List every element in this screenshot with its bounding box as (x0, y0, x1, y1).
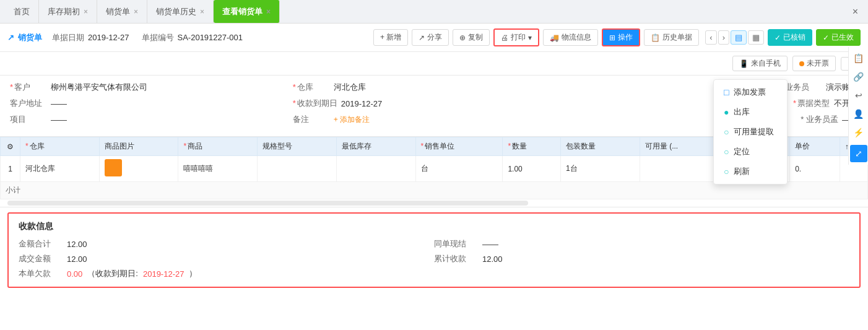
dropdown-outbound[interactable]: ● 出库 (714, 102, 787, 122)
doc-date-item: 单据日期 2019-12-27 (52, 32, 129, 43)
cell-product: 嘻嘻嘻嘻 (178, 156, 258, 182)
sidebar-icon-expand[interactable]: ⤢ (850, 145, 867, 162)
address-label: 客户地址 (10, 98, 47, 109)
main-content: ↗ 销货单 单据日期 2019-12-27 单据编号 SA-20191227-0… (0, 24, 868, 330)
tab-view-sales-close[interactable]: × (266, 7, 271, 16)
nav-icon-group: ‹ › ▤ ▦ (705, 30, 764, 45)
sales-person-label: * 业务员孟 (801, 114, 838, 125)
tab-view-sales[interactable]: 查看销货单 × (214, 0, 280, 23)
project-field: 项目 —— (10, 114, 293, 125)
due-date-label: 收款到期日 (293, 98, 337, 109)
nav-next-button[interactable]: › (718, 30, 729, 45)
col-product: 商品 (178, 137, 258, 156)
col-product-img: 商品图片 (99, 137, 178, 156)
add-button[interactable]: + 新增 (373, 29, 408, 46)
current-arrears-row: 本单欠款 0.00 （收款到期日: 2019-12-27 ） (19, 268, 849, 279)
outbound-label: 出库 (734, 106, 750, 118)
same-order-row: 同单现结 —— (434, 238, 849, 250)
warehouse-label: 仓库 (293, 82, 330, 93)
transaction-amount-label: 成交金额 (19, 253, 62, 264)
sidebar-icon-lightning[interactable]: ⚡ (850, 124, 867, 141)
from-phone-button[interactable]: 📱 来自手机 (732, 56, 788, 71)
transaction-amount-value: 12.00 (67, 254, 87, 264)
effective-icon: ✓ (823, 33, 829, 42)
col-quantity: 数量 (503, 137, 561, 156)
current-arrears-label: 本单欠款 (19, 268, 62, 279)
col-min-stock: 最低库存 (336, 137, 415, 156)
toolbar: + 新增 ↗ 分享 ⊕ 复制 🖨 打印 ▾ 🚚 物流信息 (373, 28, 861, 46)
project-label: 项目 (10, 114, 47, 125)
locate-label: 定位 (734, 146, 750, 157)
available-qty-label: 可用量提取 (734, 126, 774, 137)
gear-icon[interactable]: ⚙ (7, 142, 14, 151)
product-image (105, 159, 122, 176)
tab-bar-close[interactable]: × (848, 6, 863, 17)
ticket-type-label: 票据类型 (793, 98, 830, 109)
phone-icon: 📱 (739, 59, 749, 68)
customer-field: 客户 柳州粤港平安气体有限公司 (10, 82, 293, 93)
sidebar-icon-link[interactable]: 🔗 (850, 68, 867, 85)
print-button[interactable]: 🖨 打印 ▾ (493, 28, 539, 46)
doc-title: ↗ 销货单 (7, 32, 42, 43)
horizontal-scrollbar[interactable] (7, 201, 528, 206)
refresh-label: 刷新 (734, 166, 750, 177)
nav-prev-button[interactable]: ‹ (705, 30, 716, 45)
dropdown-menu: □ 添加发票 ● 出库 ○ 可用量提取 ○ 定位 ○ 刷新 (713, 79, 788, 185)
history-icon: 📋 (651, 33, 660, 42)
cumulative-receipt-label: 累计收款 (434, 253, 477, 264)
notes-label: 备注 (293, 114, 330, 125)
already-effective-button[interactable]: ✓ 已生效 (816, 29, 861, 46)
sidebar-icon-user[interactable]: 👤 (850, 105, 867, 123)
col-spec: 规格型号 (258, 137, 337, 156)
layout2-button[interactable]: ▦ (748, 30, 764, 45)
sidebar-icon-return[interactable]: ↩ (850, 87, 867, 104)
layout1-button[interactable]: ▤ (731, 30, 747, 45)
tab-inventory-close[interactable]: × (84, 7, 88, 16)
warehouse-field: 仓库 河北仓库 (293, 82, 576, 93)
not-open-ticket-button[interactable]: 未开票 (792, 56, 836, 71)
dropdown-refresh[interactable]: ○ 刷新 (714, 162, 787, 181)
print-arrow: ▾ (528, 33, 532, 42)
doc-date-value: 2019-12-27 (88, 33, 129, 42)
arrears-note: （收款到期日: (87, 268, 138, 279)
logistics-button[interactable]: 🚚 物流信息 (543, 29, 598, 46)
summary-grid: 金额合计 12.00 同单现结 —— 成交金额 12.00 累计收款 12.00… (19, 238, 849, 279)
due-date-value: 2019-12-27 (341, 99, 383, 108)
sidebar-icon-copy[interactable]: 📋 (850, 50, 867, 67)
amount-total-row: 金额合计 12.00 (19, 238, 434, 250)
cell-min-stock (336, 156, 415, 182)
amount-total-label: 金额合计 (19, 238, 62, 250)
col-unit-price: 单价 (790, 137, 840, 156)
doc-type-label: 销货单 (18, 32, 42, 43)
cumulative-receipt-value: 12.00 (482, 254, 503, 264)
dropdown-locate[interactable]: ○ 定位 (714, 142, 787, 162)
cell-available (640, 156, 725, 182)
cell-seq: 1 (1, 156, 20, 182)
dropdown-available-qty[interactable]: ○ 可用量提取 (714, 122, 787, 142)
col-available: 可用量 (... (640, 137, 725, 156)
operations-button[interactable]: ⊞ 操作 (602, 28, 640, 46)
copy-icon: ⊕ (459, 33, 466, 42)
project-value: —— (51, 115, 67, 124)
cell-unit-price: 0. (790, 156, 840, 182)
notes-add[interactable]: + 添加备注 (334, 115, 370, 125)
copy-button[interactable]: ⊕ 复制 (453, 29, 490, 46)
tab-sales-history-close[interactable]: × (200, 7, 204, 16)
tab-home[interactable]: 首页 (5, 0, 39, 23)
already-canceled-button[interactable]: ✓ 已核销 (768, 29, 812, 46)
tab-sales[interactable]: 销货单 × (97, 0, 147, 23)
arrears-note2: ） (189, 268, 197, 279)
tab-inventory[interactable]: 库存期初 × (39, 0, 97, 23)
outbound-icon: ● (724, 107, 729, 117)
share-button[interactable]: ↗ 分享 (412, 29, 449, 46)
tab-bar: 首页 库存期初 × 销货单 × 销货单历史 × 查看销货单 × × (0, 0, 868, 24)
right-sidebar: 📋 🔗 ↩ 👤 ⚡ ⤢ (848, 47, 868, 165)
locate-icon: ○ (724, 147, 729, 157)
tab-sales-history[interactable]: 销货单历史 × (147, 0, 214, 23)
transaction-amount-row: 成交金额 12.00 (19, 253, 434, 264)
history-button[interactable]: 📋 历史单据 (644, 29, 699, 46)
dropdown-add-invoice[interactable]: □ 添加发票 (714, 82, 787, 102)
tab-sales-close[interactable]: × (134, 7, 138, 16)
arrears-date: 2019-12-27 (143, 269, 184, 279)
doc-date-label: 单据日期 (52, 32, 84, 43)
